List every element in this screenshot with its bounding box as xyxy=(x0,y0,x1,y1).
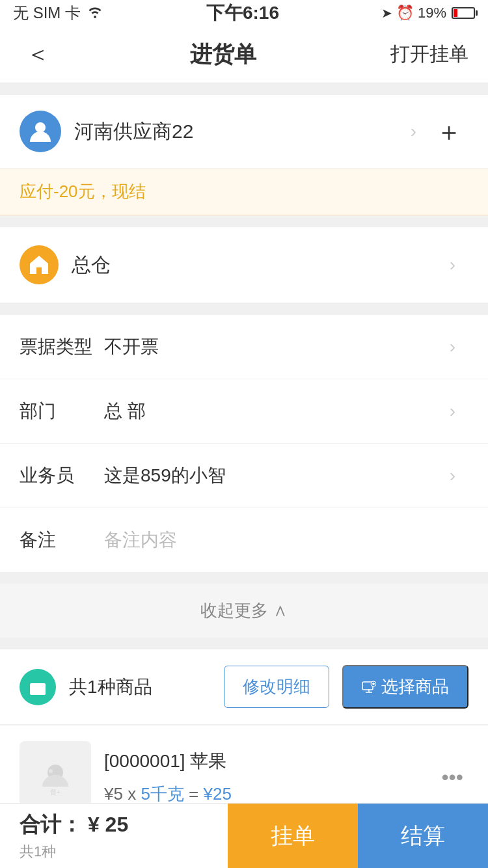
open-hold-button[interactable]: 打开挂单 xyxy=(390,41,468,68)
select-product-icon xyxy=(362,680,376,694)
salesman-row[interactable]: 业务员 这是859的小智 › xyxy=(0,443,488,508)
product-equals: = xyxy=(189,784,203,804)
location-icon: ➤ xyxy=(381,5,392,21)
svg-point-0 xyxy=(35,122,46,133)
salesman-chevron-icon: › xyxy=(450,465,455,486)
page-title: 进货单 xyxy=(190,40,256,70)
product-total: ¥25 xyxy=(204,784,232,804)
department-chevron-icon: › xyxy=(450,401,455,422)
warehouse-chevron-icon: › xyxy=(450,254,455,275)
footer: 合计： ¥ 25 共1种 挂单 结算 xyxy=(0,803,488,868)
remark-placeholder: 备注内容 xyxy=(104,528,468,552)
back-button[interactable]: ＜ xyxy=(20,32,56,77)
ticket-type-value: 不开票 xyxy=(104,334,450,359)
ticket-type-row[interactable]: 票据类型 不开票 › xyxy=(0,314,488,379)
status-right: ➤ ⏰ 19% xyxy=(381,5,475,21)
warehouse-row[interactable]: 总仓 › xyxy=(0,227,488,303)
supplier-name: 河南供应商22 xyxy=(74,118,411,145)
product-quantity: 5千克 xyxy=(141,784,183,804)
product-unit-price: ¥5 xyxy=(104,784,123,804)
warehouse-section: 总仓 › xyxy=(0,227,488,303)
status-time: 下午6:16 xyxy=(206,1,279,25)
department-row[interactable]: 部门 总 部 › xyxy=(0,379,488,443)
status-bar: 无 SIM 卡 下午6:16 ➤ ⏰ 19% xyxy=(0,0,488,26)
warehouse-name: 总仓 xyxy=(72,252,450,278)
form-section: 票据类型 不开票 › 部门 总 部 › 业务员 这是859的小智 › 备注 备注… xyxy=(0,314,488,572)
nav-bar: ＜ 进货单 打开挂单 xyxy=(0,26,488,83)
battery-percentage: 19% xyxy=(418,5,446,21)
product-code: [0000001] xyxy=(104,751,185,771)
total-value: ¥ 25 xyxy=(88,813,128,836)
total-info: 合计： ¥ 25 共1种 xyxy=(0,811,228,861)
checkout-button[interactable]: 结算 xyxy=(358,804,488,868)
battery-icon xyxy=(452,7,475,19)
department-value: 总 部 xyxy=(104,399,450,424)
product-fruit-name: 苹果 xyxy=(190,751,226,771)
edit-detail-button[interactable]: 修改明细 xyxy=(224,666,329,708)
select-product-button[interactable]: 选择商品 xyxy=(342,665,468,709)
add-button[interactable]: ＋ xyxy=(429,114,468,150)
salesman-label: 业务员 xyxy=(20,463,104,488)
status-left: 无 SIM 卡 xyxy=(13,3,104,23)
home-icon xyxy=(27,253,51,277)
person-icon xyxy=(27,118,53,144)
product-count-text: 共1种商品 xyxy=(69,675,211,699)
ticket-type-chevron-icon: › xyxy=(450,336,455,357)
supplier-chevron-icon: › xyxy=(411,121,416,142)
total-amount: 合计： ¥ 25 xyxy=(20,811,208,839)
product-more-button[interactable]: ••• xyxy=(436,760,468,794)
product-info: [0000001] 苹果 ¥5 x 5千克 = ¥25 xyxy=(104,749,423,806)
notice-bar: 应付-20元，现结 xyxy=(0,169,488,215)
hold-button[interactable]: 挂单 xyxy=(228,804,358,868)
carrier-text: 无 SIM 卡 xyxy=(13,3,81,23)
salesman-value: 这是859的小智 xyxy=(104,463,450,488)
ticket-type-label: 票据类型 xyxy=(20,334,104,359)
total-label: 合计： xyxy=(20,813,82,836)
product-thumbnail: 督+ xyxy=(20,741,91,813)
svg-text:督+: 督+ xyxy=(50,789,61,796)
product-multiply: x xyxy=(128,784,141,804)
svg-point-5 xyxy=(49,769,53,773)
select-product-label: 选择商品 xyxy=(381,675,449,698)
product-price: ¥5 x 5千克 = ¥25 xyxy=(104,783,423,806)
product-name: [0000001] 苹果 xyxy=(104,749,423,774)
collapse-bar[interactable]: 收起更多 ∧ xyxy=(0,584,488,638)
product-count-icon xyxy=(20,669,56,705)
supplier-section: 河南供应商22 › ＋ 应付-20元，现结 xyxy=(0,95,488,215)
alarm-icon: ⏰ xyxy=(396,5,414,21)
department-label: 部门 xyxy=(20,399,104,424)
remark-row[interactable]: 备注 备注内容 xyxy=(0,508,488,572)
wifi-icon xyxy=(86,4,104,22)
remark-label: 备注 xyxy=(20,528,104,552)
warehouse-icon xyxy=(20,245,59,284)
supplier-row[interactable]: 河南供应商22 › ＋ xyxy=(0,95,488,169)
svg-rect-1 xyxy=(30,683,46,695)
product-placeholder-icon: 督+ xyxy=(33,754,78,800)
product-header: 共1种商品 修改明细 选择商品 xyxy=(0,649,488,724)
supplier-avatar xyxy=(20,111,61,152)
shopping-bag-icon xyxy=(27,677,48,698)
total-count: 共1种 xyxy=(20,842,208,861)
